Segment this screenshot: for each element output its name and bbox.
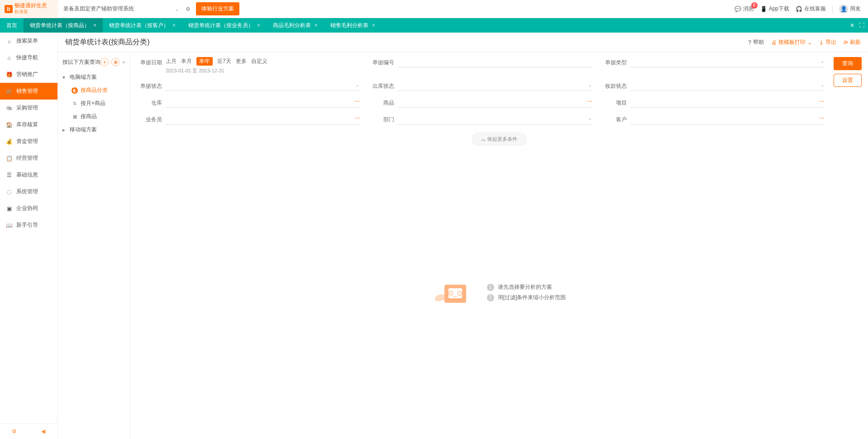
- close-icon[interactable]: ×: [372, 22, 375, 29]
- scheme-item-0-0[interactable]: ◐按商品分类: [58, 84, 130, 97]
- more-icon[interactable]: ⋯: [354, 115, 360, 121]
- filter-warehouse: 仓库 ⋯: [137, 97, 360, 108]
- system-selector[interactable]: 装备及固定资产辅助管理系统 ⌄: [63, 5, 179, 13]
- close-icon[interactable]: ×: [257, 22, 260, 29]
- date-tab[interactable]: 上月: [166, 57, 176, 65]
- sidebar-item-3[interactable]: 🛒销售管理: [0, 83, 57, 100]
- page-header: 销货单统计表(按商品分类) ?帮助 🖨按模板打印 ⌄ ⤓导出 ⟳刷新: [58, 33, 868, 52]
- tab-item-1[interactable]: 销货单统计表（按客户）×: [103, 18, 182, 33]
- sidebar-item-10[interactable]: ▣企业协同: [0, 200, 57, 217]
- chevron-up-icon: ︽: [481, 136, 487, 142]
- empty-illustration: ʘ_ʘ: [433, 277, 473, 308]
- doc-status-select[interactable]: [166, 81, 360, 91]
- close-all-icon[interactable]: ✕: [850, 22, 854, 29]
- close-icon[interactable]: ×: [315, 22, 318, 29]
- sidebar-icon: ◌: [5, 189, 13, 195]
- tab-label: 销售毛利分析表: [330, 22, 368, 29]
- avatar-icon: 👤: [839, 5, 848, 14]
- more-icon[interactable]: ⋯: [819, 115, 825, 121]
- date-tab[interactable]: 更多: [236, 57, 247, 65]
- sidebar-icon: 🛒: [5, 88, 13, 95]
- collapse-filters-button[interactable]: ︽ 收起更多条件: [472, 133, 526, 146]
- scheme-item-0-1[interactable]: ⇅按月+商品: [58, 97, 130, 110]
- sidebar-label: 新手引导: [16, 221, 38, 229]
- more-icon[interactable]: ⋯: [819, 98, 825, 105]
- experience-button[interactable]: 体验行业方案: [196, 2, 239, 15]
- customer-input[interactable]: [630, 114, 825, 124]
- settings-button[interactable]: 设置: [834, 74, 862, 87]
- tab-item-3[interactable]: 商品毛利分析表×: [267, 18, 324, 33]
- user-menu[interactable]: 👤 用友: [839, 5, 861, 14]
- collapse-sidebar-icon[interactable]: ◀: [29, 424, 58, 439]
- print-link[interactable]: 🖨按模板打印 ⌄: [771, 38, 812, 46]
- empty-step-1: 1请先选择要分析的方案: [487, 283, 566, 291]
- date-tab[interactable]: 本年: [196, 57, 213, 66]
- date-tab[interactable]: 近7天: [217, 57, 231, 65]
- out-status-select[interactable]: [398, 81, 592, 91]
- product-input[interactable]: [398, 97, 592, 108]
- query-button[interactable]: 查询: [834, 57, 862, 70]
- add-scheme-icon[interactable]: +: [100, 58, 109, 66]
- doc-type-select[interactable]: [630, 57, 825, 67]
- close-icon[interactable]: ×: [172, 22, 176, 29]
- sidebar-item-7[interactable]: 📋经营管理: [0, 150, 57, 167]
- scheme-item-icon: ▦: [72, 114, 78, 120]
- app-download-link[interactable]: 📱 App下载: [760, 5, 789, 13]
- logo-text: 畅捷通好生意: [14, 3, 47, 9]
- tab-item-0[interactable]: 销货单统计表（按商品）×: [24, 18, 103, 33]
- sidebar-item-8[interactable]: ☰基础信息: [0, 167, 57, 183]
- tab-home[interactable]: 首页: [0, 18, 24, 33]
- tab-item-2[interactable]: 销货单统计表（按业务员）×: [182, 18, 267, 33]
- export-link[interactable]: ⤓导出: [819, 38, 836, 46]
- date-tabs: 上月本月本年近7天更多自定义: [166, 57, 360, 66]
- scheme-group-0[interactable]: ▾电脑端方案: [58, 71, 130, 84]
- more-icon[interactable]: ⋯: [587, 98, 592, 105]
- pay-status-select[interactable]: [630, 81, 825, 91]
- close-icon[interactable]: ×: [93, 22, 96, 29]
- scheme-header: 按以下方案查询 + ⊕ «: [58, 56, 130, 71]
- sidebar-item-1[interactable]: ⌂快捷导航: [0, 49, 57, 66]
- more-icon[interactable]: ⋯: [354, 98, 360, 105]
- question-icon: ?: [748, 39, 751, 46]
- message-icon: 💬: [734, 6, 741, 12]
- messages-link[interactable]: 💬 消息 6: [734, 5, 754, 13]
- scheme-settings-icon[interactable]: ⊕: [111, 58, 119, 66]
- salesman-input[interactable]: [166, 114, 360, 124]
- filter-doc-status: 单据状态 ⌄: [137, 81, 360, 91]
- gear-icon[interactable]: ⚙: [186, 6, 191, 12]
- sidebar-item-0[interactable]: ⌕搜索菜单: [0, 33, 57, 49]
- date-tab[interactable]: 自定义: [251, 57, 267, 65]
- chevron-down-icon[interactable]: ⌄: [820, 81, 825, 88]
- doc-no-input[interactable]: [398, 57, 592, 67]
- tab-item-4[interactable]: 销售毛利分析表×: [324, 18, 382, 33]
- chevron-down-icon: ⌄: [807, 39, 812, 46]
- sidebar-item-5[interactable]: 🏠库存核算: [0, 116, 57, 133]
- chevron-down-icon[interactable]: ⌄: [588, 115, 592, 121]
- settings-icon[interactable]: ⚙: [0, 424, 29, 439]
- sidebar-item-11[interactable]: 📖新手引导: [0, 217, 57, 234]
- sidebar-item-4[interactable]: 🛍采购管理: [0, 100, 57, 116]
- online-service-link[interactable]: 🎧 在线客服: [796, 5, 826, 13]
- empty-state: ʘ_ʘ 1请先选择要分析的方案 2用[过滤]条件来缩小分析范围: [130, 146, 868, 439]
- collapse-panel-icon[interactable]: «: [122, 59, 125, 65]
- chevron-down-icon[interactable]: ⌄: [355, 81, 360, 88]
- export-icon: ⤓: [819, 39, 824, 46]
- date-tab[interactable]: 本月: [181, 57, 192, 65]
- sidebar-item-2[interactable]: 🎁营销推广: [0, 66, 57, 83]
- scheme-item-label: 按月+商品: [81, 100, 105, 107]
- sidebar-item-9[interactable]: ◌系统管理: [0, 183, 57, 200]
- logo-subtitle: 标准版: [14, 9, 47, 15]
- chevron-down-icon[interactable]: ⌄: [588, 81, 592, 88]
- help-link[interactable]: ?帮助: [748, 38, 764, 46]
- scheme-item-0-2[interactable]: ▦按商品: [58, 110, 130, 123]
- download-icon: 📱: [760, 6, 767, 12]
- sidebar-item-6[interactable]: 💰资金管理: [0, 133, 57, 150]
- scheme-group-1[interactable]: ▸移动端方案: [58, 123, 130, 136]
- project-input[interactable]: [630, 97, 825, 108]
- sidebar-bottom: ⚙ ◀: [0, 423, 57, 439]
- chevron-down-icon[interactable]: ⌄: [820, 58, 825, 64]
- warehouse-input[interactable]: [166, 97, 360, 108]
- dept-select[interactable]: [398, 114, 592, 124]
- fullscreen-icon[interactable]: ⛶: [859, 22, 864, 29]
- refresh-link[interactable]: ⟳刷新: [844, 38, 861, 46]
